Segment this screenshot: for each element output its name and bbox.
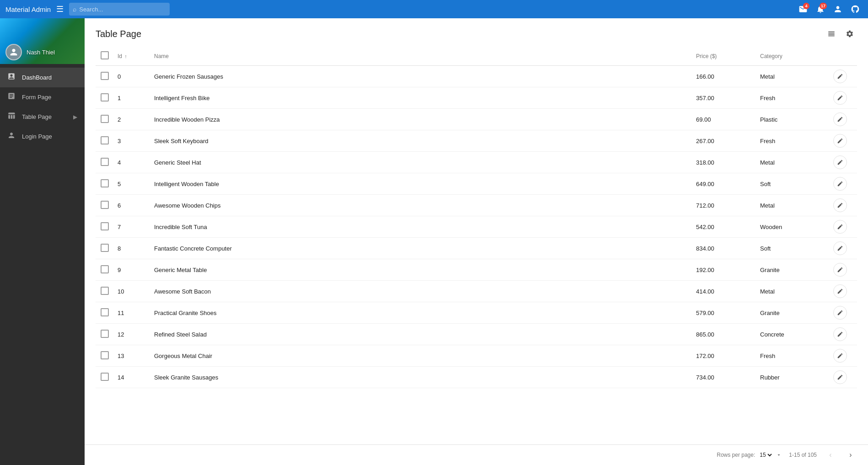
row-name-11: Practical Granite Shoes <box>150 302 692 324</box>
th-price[interactable]: Price ($) <box>692 47 756 66</box>
sidebar-username: Nash Thiel <box>27 49 55 56</box>
bell-badge: 17 <box>820 3 827 9</box>
row-checkbox-7[interactable] <box>101 222 109 230</box>
row-checkbox-14[interactable] <box>101 373 109 381</box>
next-page-button[interactable]: › <box>844 449 857 461</box>
search-input[interactable] <box>79 6 166 13</box>
th-id[interactable]: Id ↑ <box>114 47 150 66</box>
row-actions-4 <box>830 152 857 173</box>
row-name-10: Awesome Soft Bacon <box>150 281 692 302</box>
row-name-7: Incredible Soft Tuna <box>150 216 692 238</box>
edit-button-13[interactable] <box>833 349 847 363</box>
row-price-2: 69.00 <box>692 109 756 130</box>
mail-badge: 4 <box>803 3 809 9</box>
row-checkbox-cell <box>96 345 114 367</box>
table-row: 3 Sleek Soft Keyboard 267.00 Fresh <box>96 130 857 152</box>
row-checkbox-cell <box>96 109 114 130</box>
row-category-5: Soft <box>756 173 830 195</box>
reorder-icon-btn[interactable] <box>824 27 839 41</box>
row-checkbox-0[interactable] <box>101 72 109 80</box>
sidebar-profile: Nash Thiel <box>0 18 85 64</box>
row-checkbox-3[interactable] <box>101 136 109 144</box>
row-checkbox-9[interactable] <box>101 265 109 273</box>
th-checkbox <box>96 47 114 66</box>
row-checkbox-4[interactable] <box>101 158 109 166</box>
row-checkbox-12[interactable] <box>101 330 109 338</box>
prev-page-button[interactable]: ‹ <box>824 449 837 461</box>
edit-button-6[interactable] <box>833 198 847 212</box>
github-icon-btn[interactable] <box>848 2 863 16</box>
edit-button-11[interactable] <box>833 306 847 320</box>
edit-button-8[interactable] <box>833 241 847 255</box>
row-category-11: Granite <box>756 302 830 324</box>
row-checkbox-cell <box>96 302 114 324</box>
row-id-8: 8 <box>114 238 150 259</box>
bell-icon-btn[interactable]: 17 <box>813 2 828 16</box>
edit-button-14[interactable] <box>833 370 847 384</box>
settings-icon-btn[interactable] <box>842 27 857 41</box>
row-checkbox-5[interactable] <box>101 179 109 187</box>
row-price-10: 414.00 <box>692 281 756 302</box>
row-id-6: 6 <box>114 195 150 216</box>
row-checkbox-11[interactable] <box>101 308 109 316</box>
row-name-0: Generic Frozen Sausages <box>150 66 692 87</box>
row-price-4: 318.00 <box>692 152 756 173</box>
sidebar-item-login[interactable]: Login Page <box>0 127 85 146</box>
sidebar-item-dashboard[interactable]: DashBoard <box>0 68 85 87</box>
row-id-0: 0 <box>114 66 150 87</box>
topbar-menu-icon[interactable]: ☰ <box>56 4 64 14</box>
row-actions-3 <box>830 130 857 152</box>
edit-button-3[interactable] <box>833 134 847 148</box>
edit-button-1[interactable] <box>833 91 847 105</box>
row-category-13: Fresh <box>756 345 830 367</box>
th-category[interactable]: Category <box>756 47 830 66</box>
chevron-down-icon <box>776 452 782 458</box>
row-checkbox-cell <box>96 195 114 216</box>
rows-per-page-select[interactable]: 15 25 50 <box>758 451 773 459</box>
table-row: 4 Generic Steel Hat 318.00 Metal <box>96 152 857 173</box>
edit-button-5[interactable] <box>833 177 847 191</box>
row-actions-8 <box>830 238 857 259</box>
row-name-14: Sleek Granite Sausages <box>150 367 692 388</box>
row-checkbox-10[interactable] <box>101 287 109 295</box>
edit-button-10[interactable] <box>833 284 847 298</box>
sidebar-item-form[interactable]: Form Page <box>0 87 85 107</box>
row-actions-2 <box>830 109 857 130</box>
edit-button-2[interactable] <box>833 112 847 126</box>
edit-button-4[interactable] <box>833 155 847 169</box>
row-price-14: 734.00 <box>692 367 756 388</box>
row-category-9: Granite <box>756 259 830 281</box>
row-name-13: Gorgeous Metal Chair <box>150 345 692 367</box>
row-checkbox-cell <box>96 324 114 345</box>
edit-button-12[interactable] <box>833 327 847 341</box>
row-checkbox-cell <box>96 281 114 302</box>
edit-button-0[interactable] <box>833 69 847 83</box>
row-category-1: Fresh <box>756 87 830 109</box>
row-checkbox-13[interactable] <box>101 351 109 359</box>
row-actions-0 <box>830 66 857 87</box>
table-row: 0 Generic Frozen Sausages 166.00 Metal <box>96 66 857 87</box>
edit-button-7[interactable] <box>833 220 847 234</box>
account-icon-btn[interactable] <box>830 2 845 16</box>
row-name-8: Fantastic Concrete Computer <box>150 238 692 259</box>
row-id-10: 10 <box>114 281 150 302</box>
row-checkbox-2[interactable] <box>101 115 109 123</box>
sidebar-item-label-form: Form Page <box>22 94 77 101</box>
table-row: 2 Incredible Wooden Pizza 69.00 Plastic <box>96 109 857 130</box>
row-id-7: 7 <box>114 216 150 238</box>
mail-icon-btn[interactable]: 4 <box>796 2 810 16</box>
select-all-checkbox[interactable] <box>101 51 109 59</box>
edit-button-9[interactable] <box>833 263 847 277</box>
row-name-12: Refined Steel Salad <box>150 324 692 345</box>
row-checkbox-8[interactable] <box>101 244 109 252</box>
row-checkbox-1[interactable] <box>101 93 109 102</box>
row-checkbox-cell <box>96 216 114 238</box>
row-category-10: Metal <box>756 281 830 302</box>
sidebar-item-table[interactable]: Table Page ▶ <box>0 107 85 127</box>
form-icon <box>7 92 16 102</box>
row-price-5: 649.00 <box>692 173 756 195</box>
row-price-7: 542.00 <box>692 216 756 238</box>
th-name[interactable]: Name <box>150 47 692 66</box>
row-checkbox-cell <box>96 87 114 109</box>
row-checkbox-6[interactable] <box>101 201 109 209</box>
